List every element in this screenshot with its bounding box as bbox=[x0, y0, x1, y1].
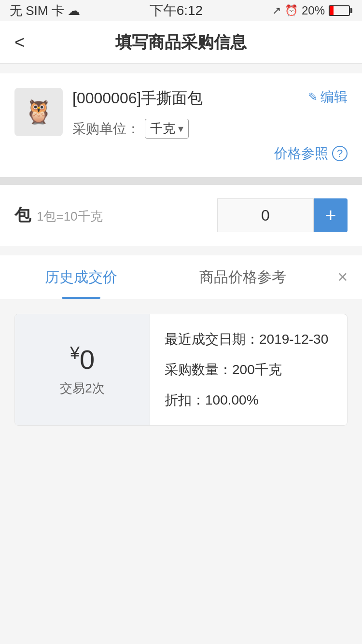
nav-bar: < 填写商品采购信息 bbox=[0, 21, 362, 64]
price-ref-label[interactable]: 价格参照 bbox=[274, 144, 328, 163]
quantity-input[interactable]: 0 bbox=[217, 198, 314, 232]
recent-date-value: 2019-12-30 bbox=[259, 332, 328, 347]
page-title: 填写商品采购信息 bbox=[115, 31, 247, 54]
plus-icon: + bbox=[325, 205, 336, 226]
edit-label: 编辑 bbox=[320, 88, 348, 106]
tabs-bar: 历史成交价 商品价格参考 × bbox=[0, 255, 362, 299]
recent-date-label: 最近成交日期： bbox=[165, 332, 259, 347]
battery-percent: 20% bbox=[302, 4, 325, 17]
tab-product-price-ref-label: 商品价格参考 bbox=[199, 267, 286, 287]
product-left: 🦉 [0000006]手撕面包 采购单位： 千克 ▾ bbox=[14, 88, 203, 139]
status-right: ↗ ⏰ 20% bbox=[272, 4, 352, 17]
price-ref-row: 价格参照 ? bbox=[14, 144, 348, 163]
quantity-input-group: 0 + bbox=[217, 198, 348, 232]
purchase-qty-value: 200千克 bbox=[232, 362, 282, 377]
quantity-unit: 包 bbox=[14, 204, 31, 226]
tab-history-price-label: 历史成交价 bbox=[45, 267, 117, 287]
section-divider bbox=[0, 177, 362, 185]
sim-signal-text: 无 SIM 卡 ☁ bbox=[10, 2, 80, 19]
status-left: 无 SIM 卡 ☁ bbox=[10, 2, 80, 19]
battery-icon bbox=[329, 5, 352, 16]
product-thumbnail: 🦉 bbox=[14, 88, 63, 136]
price-value: 0 bbox=[80, 344, 95, 375]
discount-row: 折扣：100.00% bbox=[165, 390, 333, 411]
unit-selector[interactable]: 千克 ▾ bbox=[145, 119, 189, 139]
help-icon[interactable]: ? bbox=[332, 146, 348, 161]
tab-close-button[interactable]: × bbox=[323, 255, 362, 299]
tab-product-price-ref[interactable]: 商品价格参考 bbox=[162, 255, 323, 299]
back-button[interactable]: < bbox=[0, 32, 39, 53]
quantity-plus-button[interactable]: + bbox=[314, 198, 348, 232]
purchase-qty-label: 采购数量： bbox=[165, 362, 232, 377]
product-image-icon: 🦉 bbox=[24, 98, 53, 126]
price-card-right: 最近成交日期：2019-12-30 采购数量：200千克 折扣：100.00% bbox=[150, 314, 347, 425]
price-card-left: ¥0 交易2次 bbox=[15, 314, 150, 425]
price-transactions: 交易2次 bbox=[60, 380, 104, 397]
edit-icon: ✎ bbox=[308, 90, 318, 104]
edit-button[interactable]: ✎ 编辑 bbox=[308, 88, 348, 106]
product-header: 🦉 [0000006]手撕面包 采购单位： 千克 ▾ ✎ 编辑 bbox=[14, 88, 348, 139]
price-amount: ¥0 bbox=[70, 343, 95, 375]
quantity-row: 包 1包=10千克 0 + bbox=[0, 185, 362, 246]
product-info: [0000006]手撕面包 采购单位： 千克 ▾ bbox=[72, 88, 203, 139]
recent-date-row: 最近成交日期：2019-12-30 bbox=[165, 329, 333, 350]
product-name: [0000006]手撕面包 bbox=[72, 88, 203, 109]
product-unit-row: 采购单位： 千克 ▾ bbox=[72, 119, 203, 139]
location-icon: ↗ bbox=[272, 4, 281, 17]
currency-symbol: ¥ bbox=[70, 343, 80, 363]
status-time: 下午6:12 bbox=[150, 1, 203, 20]
close-icon: × bbox=[337, 267, 348, 287]
unit-arrow-icon: ▾ bbox=[178, 123, 183, 135]
status-bar: 无 SIM 卡 ☁ 下午6:12 ↗ ⏰ 20% bbox=[0, 0, 362, 21]
unit-value: 千克 bbox=[150, 120, 175, 137]
discount-label: 折扣： bbox=[165, 392, 205, 407]
product-section: 🦉 [0000006]手撕面包 采购单位： 千克 ▾ ✎ 编辑 价格参照 ? bbox=[0, 73, 362, 177]
unit-label: 采购单位： bbox=[72, 120, 140, 138]
quantity-conversion: 1包=10千克 bbox=[37, 208, 103, 225]
back-icon: < bbox=[14, 32, 25, 52]
alarm-icon: ⏰ bbox=[285, 4, 298, 17]
purchase-qty-row: 采购数量：200千克 bbox=[165, 359, 333, 381]
tab-underline bbox=[62, 297, 100, 299]
discount-value: 100.00% bbox=[205, 392, 259, 407]
quantity-label: 包 1包=10千克 bbox=[14, 204, 103, 226]
cards-container: ¥0 交易2次 最近成交日期：2019-12-30 采购数量：200千克 折扣：… bbox=[0, 299, 362, 492]
tab-history-price[interactable]: 历史成交价 bbox=[0, 255, 162, 299]
price-card: ¥0 交易2次 最近成交日期：2019-12-30 采购数量：200千克 折扣：… bbox=[14, 314, 348, 426]
